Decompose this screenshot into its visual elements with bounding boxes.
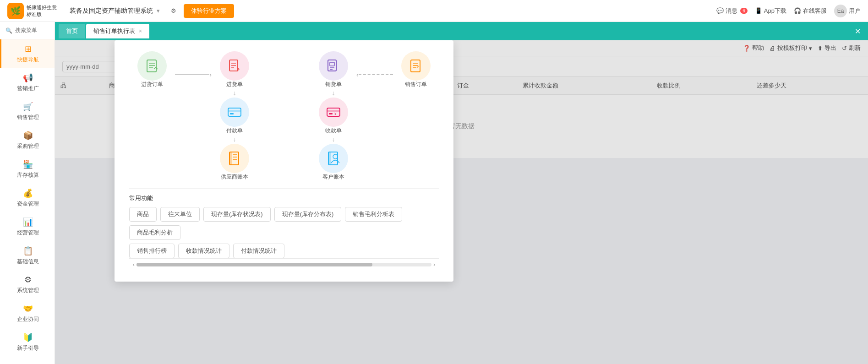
svg-rect-24 [229,152,232,165]
common-btns-row-2: 销售排行榜 收款情况统计 付款情况统计 [129,244,439,258]
svg-rect-18 [230,113,234,114]
node-purchase-order[interactable]: 进货订单 [129,51,175,88]
sidebar-item-purchase[interactable]: 📦 采购管理 [0,126,55,155]
experience-btn[interactable]: 体验行业方案 [184,4,234,18]
sales-icon: 🛒 [23,102,33,112]
btn-payment-stats[interactable]: 付款情况统计 [233,244,284,258]
user-action[interactable]: Ea 用户 [834,5,861,17]
tab-close-icon[interactable]: × [139,28,142,34]
sales-order-circle[interactable] [401,51,431,81]
tab-sales-order[interactable]: 销售订单执行表 × [86,24,149,38]
sidebar-item-inventory[interactable]: 🏪 库存核算 [0,155,55,184]
scrollbar-area: ‹ › [129,258,439,271]
btn-receipt-stats[interactable]: 收款情况统计 [178,244,229,258]
modal-body: 进货订单 › [115,40,453,282]
common-functions: 常用功能 商品 往来单位 现存量(库存状况表) 现存量(库存分布表) 销售毛利分… [129,188,439,258]
node-purchase-slip[interactable]: 进货单 [212,51,257,88]
supplier-ledger-circle[interactable] [220,144,249,173]
modal-overlay[interactable]: 进货订单 › [55,40,868,364]
customer-ledger-label: 客户账本 [322,173,344,181]
flow-row-2: ↓ 付款单 [129,88,439,135]
payment-slip-label: 付款单 [226,127,243,135]
main-layout: 🔍 搜索菜单 ⊞ 快捷导航 📢 营销推广 🛒 销售管理 📦 采购管理 🏪 库存核… [0,22,868,364]
sidebar-item-finance[interactable]: 💰 资金管理 [0,184,55,212]
purchase-order-label: 进货订单 [141,81,163,88]
svg-rect-0 [147,60,156,72]
node-sales-order[interactable]: 销售订单 [393,51,439,88]
system-title-area: 装备及固定资产辅助管理系统 ▾ ⚙ 体验行业方案 [62,4,716,18]
svg-rect-21 [329,113,333,114]
btn-stock-status[interactable]: 现存量(库存状况表) [203,207,271,222]
supplier-ledger-label: 供应商账本 [221,173,248,181]
receipt-down: ↓ 客户账本 [311,135,356,181]
sidebar-item-operations[interactable]: 📊 经营管理 [0,212,55,241]
purchase-slip-circle[interactable] [220,51,249,81]
down-arrow-sales: ↓ [332,88,335,98]
finance-icon: 💰 [23,188,33,198]
system-icon: ⚙ [24,275,32,285]
settings-icon[interactable]: ⚙ [167,5,180,17]
enterprise-icon: 🤝 [23,304,33,314]
receipt-slip-circle[interactable]: ¥ [319,98,348,127]
purchase-order-circle[interactable] [137,51,167,81]
btn-contacts[interactable]: 往来单位 [160,207,200,222]
tab-bar-right: ✕ [851,25,864,38]
home-tab-label: 首页 [66,27,78,35]
search-menu[interactable]: 🔍 搜索菜单 [0,22,55,39]
phone-icon: 📱 [755,7,762,14]
sidebar-item-enterprise[interactable]: 🤝 企业协同 [0,299,55,328]
tab-home[interactable]: 首页 [59,24,85,38]
logo-icon: 🌿 [7,3,24,19]
sidebar-item-marketing[interactable]: 📢 营销推广 [0,68,55,97]
online-service-action[interactable]: 🎧 在线客服 [794,7,827,15]
btn-sales-profit[interactable]: 销售毛利分析表 [345,207,402,222]
operations-icon: 📊 [23,217,33,227]
sidebar: 🔍 搜索菜单 ⊞ 快捷导航 📢 营销推广 🛒 销售管理 📦 采购管理 🏪 库存核… [0,22,55,364]
svg-text:¥: ¥ [334,112,337,116]
scroll-thumb [136,263,372,266]
guide-icon: 🔰 [23,332,33,342]
common-title: 常用功能 [129,194,439,202]
scroll-right-icon[interactable]: › [433,261,435,268]
node-sales-slip[interactable]: 销货单 [311,51,356,88]
avatar: Ea [834,5,847,17]
search-icon: 🔍 [5,27,12,34]
system-title: 装备及固定资产辅助管理系统 [70,7,153,15]
flow-row-3: ↓ 供应商账本 [129,135,439,181]
svg-rect-17 [228,110,241,112]
header-right: 💬 消息 6 📱 App下载 🎧 在线客服 Ea 用户 [716,5,861,17]
marketing-icon: 📢 [23,73,33,83]
btn-goods-profit[interactable]: 商品毛利分析 [129,225,180,240]
app-download-action[interactable]: 📱 App下载 [755,7,786,15]
message-badge: 6 [740,8,748,14]
common-btns-row-1: 商品 往来单位 现存量(库存状况表) 现存量(库存分布表) 销售毛利分析表 商品… [129,207,439,240]
customer-ledger-circle[interactable] [319,144,348,173]
svg-rect-29 [328,152,331,165]
btn-sales-rank[interactable]: 销售排行榜 [129,244,175,258]
top-header: 🌿 畅康通好生意 标准版 装备及固定资产辅助管理系统 ▾ ⚙ 体验行业方案 💬 … [0,0,868,22]
sales-slip-circle[interactable] [319,51,348,81]
purchase-icon: 📦 [23,130,33,141]
btn-goods[interactable]: 商品 [129,207,157,222]
sales-slip-label: 销货单 [325,81,342,88]
payment-down: ↓ 供应商账本 [212,135,257,181]
sidebar-item-quick-nav[interactable]: ⊞ 快捷导航 [0,39,55,68]
flow-modal: 进货订单 › [115,40,453,282]
sidebar-item-sales[interactable]: 🛒 销售管理 [0,97,55,126]
svg-point-30 [333,154,338,159]
sidebar-item-system[interactable]: ⚙ 系统管理 [0,270,55,299]
payment-slip-circle[interactable] [220,98,249,127]
sales-order-tab-label: 销售订单执行表 [93,27,135,35]
logo-text: 畅康通好生意 标准版 [27,4,57,17]
close-all-tabs-icon[interactable]: ✕ [851,25,864,38]
content-area: 首页 销售订单执行表 × ✕ ❓ 帮助 🖨 [55,22,868,364]
tab-bar: 首页 销售订单执行表 × ✕ [55,22,868,40]
btn-stock-dist[interactable]: 现存量(库存分布表) [274,207,342,222]
scroll-left-icon[interactable]: ‹ [133,261,135,268]
scroll-track[interactable] [136,263,431,266]
message-action[interactable]: 💬 消息 6 [716,7,748,15]
sidebar-item-guide[interactable]: 🔰 新手引导 [0,328,55,357]
quick-nav-icon: ⊞ [25,44,32,54]
page-content: ❓ 帮助 🖨 按模板打印 ▾ ⬆ 导出 ↺ 刷新 [55,40,868,364]
sidebar-item-basic-info[interactable]: 📋 基础信息 [0,241,55,270]
